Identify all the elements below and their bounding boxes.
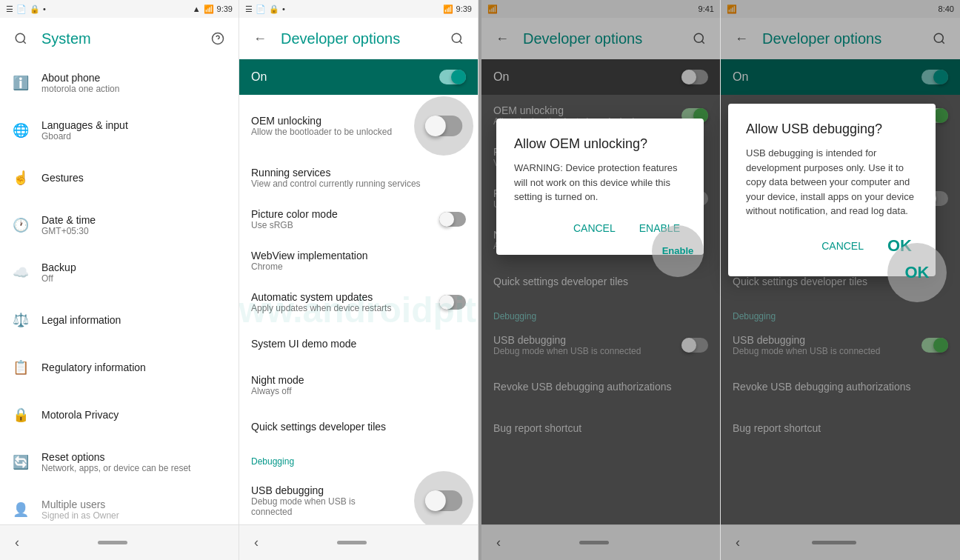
usb-dialog: Allow USB debugging? USB debugging is in… (728, 104, 953, 276)
home-btn-r2[interactable] (812, 541, 856, 544)
help-icon-left[interactable] (209, 30, 227, 47)
debugging-section: Debugging (239, 447, 478, 470)
bug-row-r2[interactable]: Bug report shortcut (721, 407, 960, 449)
sidebar-item-users[interactable]: 👤 Multiple users Signed in as Owner (0, 486, 239, 524)
search-icon-r2[interactable] (930, 30, 948, 47)
home-btn-left[interactable] (98, 541, 127, 544)
usb-debug-row[interactable]: USB debugging Debug mode when USB is con… (239, 470, 478, 524)
zoom-circle-oem (414, 96, 473, 156)
svg-line-5 (459, 41, 461, 43)
datetime-label: Date & time (41, 214, 227, 226)
back-btn-left[interactable]: ‹ (15, 535, 19, 550)
back-btn-r2[interactable]: ‹ (736, 535, 740, 550)
webview-row[interactable]: WebView implementation Chrome (239, 240, 478, 281)
debug-section-r2: Debugging (721, 302, 960, 324)
zoom-circle-enable: Enable (652, 225, 704, 277)
on-row-r1[interactable]: On (481, 59, 720, 95)
about-sub: motorola one action (41, 84, 227, 94)
revoke-row-r1[interactable]: Revoke USB debugging authorizations (481, 366, 720, 407)
sidebar-item-gestures[interactable]: ☝️ Gestures (0, 154, 239, 201)
revoke-row-r2[interactable]: Revoke USB debugging authorizations (721, 366, 960, 407)
reset-label: Reset options (41, 451, 227, 463)
reset-icon: 🔄 (12, 453, 30, 471)
bottom-nav-middle: ‹ (239, 524, 478, 560)
legal-icon: ⚖️ (12, 311, 30, 329)
sidebar-item-languages[interactable]: 🌐 Languages & input Gboard (0, 107, 239, 154)
picture-color-row[interactable]: Picture color mode Use sRGB (239, 199, 478, 240)
back-icon-r2[interactable]: ← (733, 30, 750, 47)
back-icon-r1[interactable]: ← (493, 30, 511, 47)
status-bar-middle: ☰ 📄 🔒 • 📶 9:39 (239, 0, 478, 18)
backup-label: Backup (41, 261, 227, 273)
usb-row-r1[interactable]: USB debugging Debug mode when USB is con… (481, 324, 720, 366)
back-btn-r1[interactable]: ‹ (496, 535, 501, 550)
on-toggle-r1[interactable] (681, 70, 708, 84)
usb-row-r2[interactable]: USB debugging Debug mode when USB is con… (721, 324, 960, 366)
settings-list-middle: OEM unlocking Allow the bootloader to be… (239, 95, 478, 524)
oem-toggle[interactable] (425, 116, 462, 136)
back-icon-middle[interactable]: ← (251, 30, 269, 47)
sidebar-item-backup[interactable]: ☁️ Backup Off (0, 249, 239, 296)
sidebar-item-privacy[interactable]: 🔒 Motorola Privacy (0, 391, 239, 439)
topbar-icons-left (209, 30, 227, 47)
oem-dialog: Allow OEM unlocking? WARNING: Device pro… (496, 119, 705, 255)
status-bar-r1: 📶 9:41 (481, 0, 720, 18)
oem-unlock-row[interactable]: OEM unlocking Allow the bootloader to be… (239, 95, 478, 157)
search-icon-left[interactable] (12, 30, 30, 47)
sidebar-item-regulatory[interactable]: 📋 Regulatory information (0, 344, 239, 391)
time-middle: 9:39 (456, 4, 472, 13)
search-icon-r1[interactable] (690, 30, 708, 47)
ui-demo-row[interactable]: System UI demo mode (239, 323, 478, 364)
about-label: About phone (41, 72, 227, 84)
languages-label: Languages & input (41, 119, 227, 131)
auto-updates-row[interactable]: Automatic system updates Apply updates w… (239, 281, 478, 323)
search-icon-middle[interactable] (448, 30, 466, 47)
usb-toggle-r2[interactable] (921, 338, 948, 353)
bottom-nav-r1: ‹ (481, 524, 720, 560)
datetime-sub: GMT+05:30 (41, 226, 227, 236)
sidebar-item-datetime[interactable]: 🕐 Date & time GMT+05:30 (0, 201, 239, 249)
usb-cancel-btn[interactable]: Cancel (816, 233, 870, 259)
on-toggle-middle[interactable] (439, 70, 466, 84)
running-services-row[interactable]: Running services View and control curren… (239, 157, 478, 199)
svg-point-8 (934, 33, 943, 42)
oem-label: OEM unlocking (251, 115, 398, 127)
users-icon: 👤 (12, 501, 30, 519)
sidebar-item-reset[interactable]: 🔄 Reset options Network, apps, or device… (0, 439, 239, 486)
on-row-r2[interactable]: On (721, 59, 960, 95)
night-mode-row[interactable]: Night mode Always off (239, 364, 478, 406)
svg-point-6 (694, 33, 703, 42)
oem-cancel-btn[interactable]: Cancel (567, 219, 621, 237)
back-btn-middle[interactable]: ‹ (254, 535, 259, 550)
sidebar-item-legal[interactable]: ⚖️ Legal information (0, 296, 239, 344)
sidebar-list: ℹ️ About phone motorola one action 🌐 Lan… (0, 59, 239, 524)
usb-dialog-actions: Cancel OK (746, 233, 918, 259)
on-row-middle[interactable]: On (239, 59, 478, 95)
languages-icon: 🌐 (12, 121, 30, 139)
usb-dialog-title: Allow USB debugging? (746, 121, 918, 137)
bottom-nav-r2: ‹ (721, 524, 960, 560)
zoom-circle-usb (414, 471, 473, 524)
usb-toggle[interactable] (425, 490, 462, 511)
picture-toggle[interactable] (439, 212, 466, 227)
bug-row-r1[interactable]: Bug report shortcut (481, 407, 720, 449)
usb-toggle-r1[interactable] (681, 338, 708, 353)
on-toggle-r2[interactable] (921, 70, 948, 84)
right-panel-1: 📶 9:41 ← Developer options On OEM unlock… (481, 0, 721, 560)
auto-updates-toggle[interactable] (439, 295, 466, 310)
reset-sub: Network, apps, or device can be reset (41, 463, 227, 473)
svg-line-7 (701, 41, 704, 43)
sidebar-item-about[interactable]: ℹ️ About phone motorola one action (0, 59, 239, 107)
status-bar-left: ☰ 📄 🔒 • ▲ 📶 9:39 (0, 0, 239, 18)
home-btn-middle[interactable] (337, 541, 367, 544)
topbar-left: System (0, 18, 239, 59)
right-panel-2: 📶 8:40 ← Developer options On OEM unlock… (721, 0, 960, 560)
quick-settings-row[interactable]: Quick settings developer tiles (239, 406, 478, 447)
on-label-middle: On (251, 70, 439, 84)
privacy-label: Motorola Privacy (41, 409, 227, 421)
usb-dialog-body: USB debugging is intended for developmen… (746, 146, 918, 219)
home-btn-r1[interactable] (579, 541, 609, 544)
usb-dialog-box: Allow USB debugging? USB debugging is in… (728, 104, 936, 276)
datetime-icon: 🕐 (12, 216, 30, 234)
oem-dialog-title: Allow OEM unlocking? (514, 136, 686, 152)
